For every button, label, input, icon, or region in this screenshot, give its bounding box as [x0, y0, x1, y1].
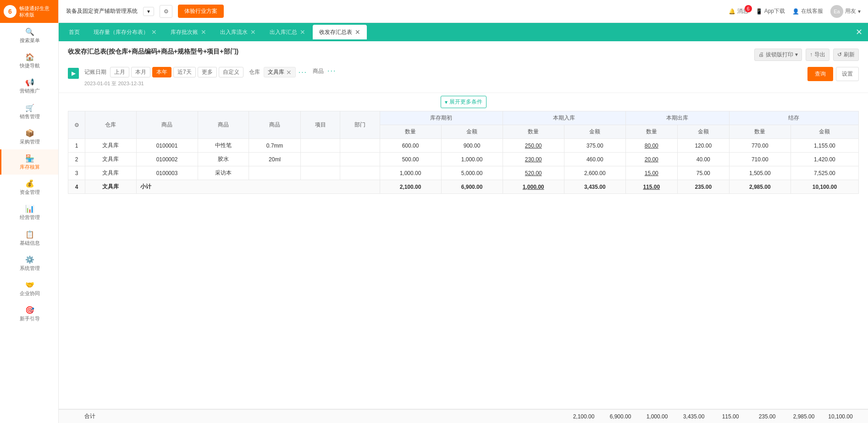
- filter-toggle-button[interactable]: ▶: [68, 68, 79, 79]
- sidebar-item-guide[interactable]: 🎯新手引导: [0, 301, 58, 326]
- row-open-qty: 500.00: [380, 153, 441, 166]
- sub-open-amt: 6,900.00: [441, 180, 503, 194]
- col-warehouse-header: 仓库: [85, 111, 137, 139]
- sidebar-item-sales[interactable]: 🛒销售管理: [0, 99, 58, 124]
- tab-close-batch[interactable]: ✕: [201, 29, 206, 35]
- tab-close-flow[interactable]: ✕: [250, 29, 256, 35]
- row-dept: [340, 153, 380, 166]
- row-no: 1: [68, 139, 85, 153]
- tab-close-collect_summary[interactable]: ✕: [355, 29, 360, 35]
- sidebar-item-inventory[interactable]: 🏪库存核算: [0, 149, 58, 175]
- date-btn-近7天[interactable]: 近7天: [173, 67, 196, 77]
- tab-label-inventory_dist: 现存量（库存分布表）: [94, 28, 149, 36]
- column-settings-button[interactable]: 设置: [836, 67, 859, 81]
- tab-label-batch: 库存批次账: [171, 28, 198, 36]
- row-open-qty: 1,000.00: [380, 166, 441, 180]
- in-qty-link[interactable]: 250.00: [525, 143, 542, 149]
- sidebar-item-basic[interactable]: 📋基础信息: [0, 225, 58, 251]
- sidebar-label-search: 搜索菜单: [20, 38, 40, 44]
- col-project-header: 项目: [301, 111, 340, 139]
- row-code: 0100002: [136, 153, 198, 166]
- close-all-tabs-icon[interactable]: ✕: [854, 25, 864, 39]
- app-download-action[interactable]: 📱 App下载: [756, 7, 785, 15]
- sidebar-label-marketing: 营销推广: [20, 88, 40, 94]
- dropdown-arrow-icon: ▾: [147, 8, 150, 15]
- refresh-icon: ↺: [837, 51, 842, 58]
- in-qty-link[interactable]: 230.00: [525, 156, 542, 163]
- operation-icon: 📊: [25, 204, 34, 213]
- table-settings-icon[interactable]: ⚙: [72, 121, 81, 130]
- out-qty-link[interactable]: 15.00: [645, 170, 658, 176]
- sidebar-item-search[interactable]: 🔍搜索菜单: [0, 23, 58, 48]
- print-dropdown-icon: ▾: [795, 51, 798, 58]
- system-dropdown[interactable]: ▾: [143, 7, 154, 16]
- inventory-icon: 🏪: [25, 154, 34, 163]
- row-bal-qty: 770.00: [729, 139, 791, 153]
- out-qty-link[interactable]: 80.00: [645, 143, 658, 149]
- row-out-qty: 80.00: [625, 139, 677, 153]
- sub-out-qty-link[interactable]: 115.00: [643, 184, 660, 190]
- sidebar-label-finance: 资金管理: [20, 189, 40, 195]
- tab-collect_summary[interactable]: 收发存汇总表 ✕: [313, 25, 367, 39]
- sales-icon: 🛒: [25, 104, 34, 112]
- sidebar-item-operation[interactable]: 📊经营管理: [0, 200, 58, 225]
- print-button[interactable]: 🖨 拔锁版打印 ▾: [754, 49, 802, 61]
- row-warehouse: 文具库: [85, 139, 137, 153]
- tab-summary_inout[interactable]: 出入库汇总 ✕: [263, 25, 312, 39]
- out-qty-link[interactable]: 20.00: [645, 156, 658, 163]
- sidebar-item-system[interactable]: ⚙️系统管理: [0, 251, 58, 276]
- sub-in-amt: 3,435.00: [564, 180, 625, 194]
- row-in-amt: 2,600.00: [564, 166, 625, 180]
- online-service-action[interactable]: 👤 在线客服: [792, 7, 823, 15]
- row-code: 0100001: [136, 139, 198, 153]
- export-button[interactable]: ↑ 导出: [806, 49, 829, 61]
- sidebar-item-marketing[interactable]: 📢营销推广: [0, 73, 58, 99]
- sidebar-label-sales: 销售管理: [20, 114, 40, 120]
- query-button[interactable]: 查询: [807, 67, 833, 81]
- tab-close-summary_inout[interactable]: ✕: [300, 29, 305, 35]
- topbar: 装备及固定资产辅助管理系统 ▾ ⚙ 体验行业方案 🔔 消息 6 📱 App下载 …: [59, 0, 868, 23]
- warehouse-more-icon[interactable]: ···: [299, 68, 307, 77]
- date-btn-本年[interactable]: 本年: [152, 67, 171, 77]
- page-title: 收发存汇总表(按仓库+商品编码+商品+规格型号+项目+部门): [68, 48, 238, 56]
- expand-conditions-button[interactable]: ▾ 展开更多条件: [441, 96, 487, 108]
- table-row: 3 文具库 0100003 采访本 1,000.00 5,000.00 520.…: [68, 166, 859, 180]
- tab-inventory_dist[interactable]: 现存量（库存分布表） ✕: [87, 25, 163, 39]
- date-btn-本月[interactable]: 本月: [131, 67, 150, 77]
- refresh-button[interactable]: ↺ 刷新: [833, 49, 859, 61]
- date-range-display: 2023-01-01 至 2023-12-31: [84, 80, 243, 87]
- in-qty-link[interactable]: 520.00: [525, 170, 542, 176]
- warehouse-tag-close-icon[interactable]: ✕: [286, 69, 292, 76]
- goods-more-icon[interactable]: ···: [327, 67, 336, 75]
- row-dept: [340, 166, 380, 180]
- footer-in-qty: 1,000.00: [639, 413, 675, 420]
- goods-filter-section: 商品 ···: [313, 67, 336, 75]
- col-bal-amt: 金额: [791, 125, 858, 139]
- sidebar-item-quick[interactable]: 🏠快捷导航: [0, 48, 58, 73]
- trial-button[interactable]: 体验行业方案: [178, 5, 224, 18]
- tab-flow[interactable]: 出入库流水 ✕: [214, 25, 262, 39]
- tab-close-inventory_dist[interactable]: ✕: [151, 29, 157, 35]
- col-name-header: 商品: [198, 111, 249, 139]
- tab-batch[interactable]: 库存批次账 ✕: [164, 25, 213, 39]
- date-btn-自定义[interactable]: 自定义: [219, 67, 243, 77]
- sidebar-label-quick: 快捷导航: [20, 63, 40, 69]
- sidebar-item-finance[interactable]: 💰资金管理: [0, 175, 58, 200]
- tab-home[interactable]: 首页: [62, 25, 86, 39]
- sidebar-item-enterprise[interactable]: 🤝企业协同: [0, 276, 58, 301]
- date-filter-section: 记账日期 上月本月本年近7天更多自定义 2023-01-01 至 2023-12…: [84, 67, 243, 87]
- footer-values: 2,100.006,900.001,000.003,435.00115.0023…: [165, 413, 859, 420]
- date-btn-上月[interactable]: 上月: [110, 67, 129, 77]
- warehouse-tag-group: 文具库 ✕ ···: [264, 67, 307, 77]
- footer-total-label: 合计: [84, 413, 95, 419]
- marketing-icon: 📢: [25, 78, 34, 87]
- sub-in-qty-link[interactable]: 1,000.00: [523, 184, 544, 190]
- footer-out-qty: 115.00: [712, 413, 749, 420]
- date-btn-更多[interactable]: 更多: [198, 67, 217, 77]
- row-open-amt: 5,000.00: [441, 166, 503, 180]
- settings-icon[interactable]: ⚙: [160, 5, 172, 18]
- sidebar-item-purchase[interactable]: 📦采购管理: [0, 124, 58, 149]
- notification-action[interactable]: 🔔 消息 6: [729, 7, 748, 15]
- row-in-amt: 375.00: [564, 139, 625, 153]
- user-menu[interactable]: Ea 用友 ▾: [830, 5, 861, 18]
